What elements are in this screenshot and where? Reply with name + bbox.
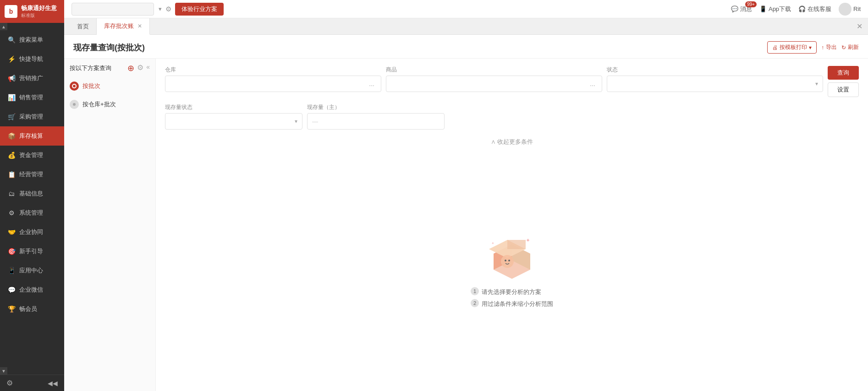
sidebar-label-quicknav: 快捷导航 — [19, 55, 43, 63]
svg-marker-8 — [507, 240, 526, 249]
sidebar-item-purchase[interactable]: 🛒 采购管理 — [0, 107, 64, 126]
sidebar-item-sales[interactable]: 📊 销售管理 — [0, 88, 64, 107]
topbar: ▾ ⚙ 体验行业方案 💬 消息 99+ 📱 App下载 🎧 在线客服 Rit — [64, 0, 868, 18]
sidebar-item-marketing[interactable]: 📢 营销推广 — [0, 69, 64, 88]
sidebar-label-member: 畅会员 — [19, 305, 37, 313]
quicknav-icon: ⚡ — [7, 55, 16, 63]
messages-button[interactable]: 💬 消息 99+ — [731, 5, 752, 13]
wechat-icon: 💬 — [7, 286, 16, 294]
topbar-right: 💬 消息 99+ 📱 App下载 🎧 在线客服 Rit — [731, 3, 861, 16]
inventory-status-input[interactable]: ▾ — [165, 113, 302, 130]
collapse-more-conditions[interactable]: ∧ 收起更多条件 — [165, 136, 859, 148]
plan-item-by-warehouse-batch[interactable]: 按仓库+批次 — [64, 95, 155, 114]
sales-icon: 📊 — [7, 93, 16, 102]
sidebar-bottom: ⚙ ◀◀ — [0, 375, 64, 391]
sidebar-nav: 🔍 搜索菜单 ⚡ 快捷导航 📢 营销推广 📊 销售管理 🛒 采购管理 📦 库存核… — [0, 30, 64, 367]
hint-1-num: 1 — [471, 287, 479, 295]
add-plan-icon[interactable]: ⊕ — [127, 63, 134, 73]
member-icon: 🏆 — [7, 305, 16, 313]
print-label: 按模板打印 — [780, 43, 807, 51]
industry-solution-button[interactable]: 体验行业方案 — [175, 3, 224, 16]
product-input[interactable]: ... — [386, 76, 602, 92]
settings-button[interactable]: 设置 — [828, 82, 859, 97]
sidebar-item-basic[interactable]: 🗂 基础信息 — [0, 184, 64, 203]
collapse-left-panel-icon[interactable]: « — [146, 63, 150, 73]
hint-2-text: 用过滤条件来缩小分析范围 — [482, 298, 553, 310]
operation-icon: 📋 — [7, 170, 16, 179]
tab-home[interactable]: 首页 — [70, 18, 97, 35]
plan-settings-icon[interactable]: ⚙ — [137, 63, 143, 73]
topbar-gear-icon[interactable]: ⚙ — [165, 5, 171, 13]
enterprise-icon: 🤝 — [7, 228, 16, 236]
newuser-icon: 🎯 — [7, 247, 16, 255]
sidebar-scroll-down[interactable]: ▼ — [0, 367, 7, 375]
plan-icon-batch — [70, 81, 79, 91]
sidebar-item-newuser[interactable]: 🎯 新手引导 — [0, 242, 64, 261]
sidebar-settings-icon[interactable]: ⚙ — [6, 379, 13, 387]
filter-row-2: 现存量状态 ▾ 现存量（主） — — [165, 103, 859, 130]
sidebar-item-operation[interactable]: 📋 经营管理 — [0, 165, 64, 184]
export-button[interactable]: ↑ 导出 — [821, 43, 837, 51]
sidebar-item-search[interactable]: 🔍 搜索菜单 — [0, 30, 64, 49]
online-service-label: 在线客服 — [808, 5, 831, 13]
print-dropdown-icon[interactable]: ▾ — [809, 44, 812, 51]
refresh-icon: ↻ — [841, 44, 846, 51]
filter-warehouse-group: 仓库 ... — [165, 66, 381, 92]
sidebar-item-wechat[interactable]: 💬 企业微信 — [0, 280, 64, 299]
user-menu-button[interactable]: Rit — [839, 3, 861, 16]
sidebar: b 畅康通好生意 标准版 ▲ 🔍 搜索菜单 ⚡ 快捷导航 📢 营销推广 📊 销售… — [0, 0, 64, 391]
body-split: 按以下方案查询 ⊕ ⚙ « 按批次 — [64, 59, 868, 391]
avatar — [839, 3, 852, 16]
sidebar-scroll-up[interactable]: ▲ — [0, 23, 7, 30]
refresh-label: 刷新 — [848, 43, 859, 51]
status-chevron-icon[interactable]: ▾ — [815, 81, 818, 87]
sidebar-item-system[interactable]: ⚙ 系统管理 — [0, 203, 64, 223]
status-input[interactable]: ▾ — [607, 76, 823, 92]
product-more-icon[interactable]: ... — [588, 79, 597, 88]
status-label: 状态 — [607, 66, 823, 74]
inventory-qty-input[interactable]: — — [307, 113, 445, 130]
sidebar-item-finance[interactable]: 💰 资金管理 — [0, 146, 64, 165]
page-title: 现存量查询(按批次) — [73, 42, 145, 53]
sidebar-label-enterprise: 企业协同 — [19, 228, 43, 236]
sidebar-item-enterprise[interactable]: 🤝 企业协同 — [0, 223, 64, 242]
main-area: ▾ ⚙ 体验行业方案 💬 消息 99+ 📱 App下载 🎧 在线客服 Rit — [64, 0, 868, 391]
app-subtitle: 标准版 — [21, 12, 57, 19]
plan-icon-warehouse-batch — [70, 100, 79, 109]
plan-label-batch: 按批次 — [82, 82, 100, 90]
warehouse-input[interactable]: ... — [165, 76, 381, 92]
sidebar-collapse-icon[interactable]: ◀◀ — [48, 380, 58, 387]
finance-icon: 💰 — [7, 151, 16, 159]
svg-text:✦: ✦ — [526, 237, 530, 244]
sidebar-item-member[interactable]: 🏆 畅会员 — [0, 299, 64, 319]
page-header-actions: 🖨 按模板打印 ▾ ↑ 导出 ↻ 刷新 — [767, 41, 859, 54]
refresh-button[interactable]: ↻ 刷新 — [841, 43, 859, 51]
sidebar-item-inventory[interactable]: 📦 库存核算 — [0, 126, 64, 146]
print-button[interactable]: 🖨 按模板打印 ▾ — [767, 41, 817, 54]
plan-item-by-batch[interactable]: 按批次 — [64, 77, 155, 95]
product-label: 商品 — [386, 66, 602, 74]
sidebar-item-appstore[interactable]: 📱 应用中心 — [0, 261, 64, 280]
message-icon: 💬 — [731, 5, 738, 12]
panel-close-icon[interactable]: ✕ — [857, 22, 863, 31]
query-button[interactable]: 查询 — [828, 66, 859, 80]
svg-point-10 — [505, 260, 506, 261]
empty-illustration: ✦ ✦ — [484, 228, 539, 279]
inventory-qty-dash: — — [312, 118, 318, 125]
inventory-status-chevron-icon[interactable]: ▾ — [295, 118, 297, 125]
tab-close-icon[interactable]: ✕ — [137, 23, 142, 29]
tab-inventory-batch[interactable]: 库存批次账 ✕ — [97, 18, 150, 35]
empty-hints: 1 请先选择要分析的方案 2 用过滤条件来缩小分析范围 — [471, 286, 553, 310]
svg-point-9 — [501, 255, 514, 268]
topbar-actions: ▾ ⚙ 体验行业方案 — [159, 3, 726, 16]
empty-hint-1: 1 请先选择要分析的方案 — [471, 286, 553, 298]
topbar-search-input[interactable] — [71, 3, 154, 16]
topbar-dropdown-icon[interactable]: ▾ — [159, 5, 162, 12]
tabbar-close-panel[interactable]: ✕ — [857, 22, 863, 31]
online-service-button[interactable]: 🎧 在线客服 — [798, 5, 831, 13]
sidebar-item-quicknav[interactable]: ⚡ 快捷导航 — [0, 49, 64, 69]
warehouse-more-icon[interactable]: ... — [367, 79, 376, 88]
app-download-button[interactable]: 📱 App下载 — [759, 5, 791, 13]
page-header: 现存量查询(按批次) 🖨 按模板打印 ▾ ↑ 导出 ↻ 刷新 — [64, 35, 868, 59]
app-download-label: App下载 — [769, 5, 791, 13]
